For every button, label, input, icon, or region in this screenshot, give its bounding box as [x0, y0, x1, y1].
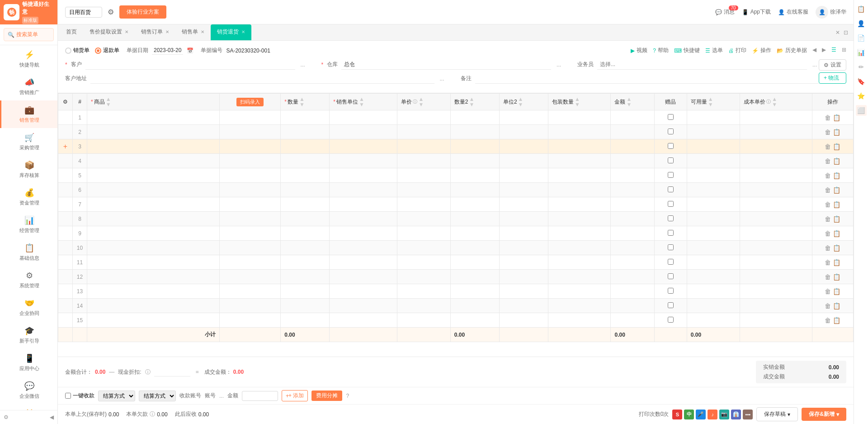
radio-sales[interactable]: 销货单	[65, 47, 90, 54]
available-cell-13[interactable]	[687, 284, 740, 299]
sidebar-item-finance[interactable]: 💰 资金管理	[0, 183, 57, 211]
delete-row-4[interactable]: 🗑	[825, 157, 831, 165]
amount-cell-9[interactable]	[611, 226, 654, 241]
qty-cell-11[interactable]	[281, 255, 330, 270]
unit-price-cell-5[interactable]	[397, 168, 450, 183]
debt-help-icon[interactable]: ⓘ	[150, 410, 155, 418]
qty2-cell-6[interactable]	[450, 183, 499, 197]
pack-qty-cell-10[interactable]	[548, 241, 611, 255]
pack-qty-cell-6[interactable]	[548, 183, 611, 197]
pack-qty-cell-11[interactable]	[548, 255, 611, 270]
cost-price-cell-10[interactable]	[740, 241, 812, 255]
copy-row-1[interactable]: 📋	[833, 114, 840, 121]
unit2-cell-14[interactable]	[499, 299, 548, 313]
cost-price-cell-6[interactable]	[740, 183, 812, 197]
th-gear[interactable]: ⚙	[58, 94, 73, 110]
discount-help-icon[interactable]: ⓘ	[145, 368, 151, 376]
qty2-cell-1[interactable]	[450, 110, 499, 125]
close-icon[interactable]: ✕	[165, 29, 169, 34]
history-btn[interactable]: 📂 历史单据	[777, 47, 807, 54]
sales-unit-cell-1[interactable]	[330, 110, 397, 125]
cash-discount-input[interactable]	[154, 368, 190, 376]
gift-checkbox-3[interactable]	[668, 143, 674, 149]
available-cell-12[interactable]	[687, 270, 740, 284]
available-cell-9[interactable]	[687, 226, 740, 241]
copy-row-15[interactable]: 📋	[833, 317, 840, 324]
unit-price-cell-6[interactable]	[397, 183, 450, 197]
amount-cell-11[interactable]	[611, 255, 654, 270]
copy-row-11[interactable]: 📋	[833, 259, 840, 266]
sidebar-item-system[interactable]: ⚙ 系统管理	[0, 266, 57, 294]
available-cell-14[interactable]	[687, 299, 740, 313]
qty2-cell-2[interactable]	[450, 125, 499, 139]
cost-price-cell-7[interactable]	[740, 197, 812, 212]
unit2-cell-10[interactable]	[499, 241, 548, 255]
online-service-button[interactable]: 👤 在线客服	[778, 8, 808, 16]
address-input[interactable]	[90, 73, 434, 84]
available-cell-6[interactable]	[687, 183, 740, 197]
next-doc-icon[interactable]: ▶	[822, 47, 826, 54]
save-new-button[interactable]: 保存&新增 ▾	[802, 408, 846, 421]
collapse-icon[interactable]: ◀	[50, 414, 54, 420]
select-btn[interactable]: ☰ 选单	[705, 47, 723, 54]
qty-cell-5[interactable]	[281, 168, 330, 183]
sales-unit-cell-15[interactable]	[330, 313, 397, 328]
delete-row-6[interactable]: 🗑	[825, 186, 831, 194]
product-cell-10[interactable]	[87, 241, 220, 255]
gift-cell-10[interactable]	[654, 241, 687, 255]
right-icon-7[interactable]: ⭐	[856, 91, 867, 101]
sales-unit-cell-14[interactable]	[330, 299, 397, 313]
available-cell-8[interactable]	[687, 212, 740, 226]
product-cell-2[interactable]	[87, 125, 220, 139]
available-cell-1[interactable]	[687, 110, 740, 125]
tab-price-extract[interactable]: 售价提取设置 ✕	[83, 24, 135, 40]
address-dots[interactable]: ...	[438, 76, 446, 82]
gift-cell-11[interactable]	[654, 255, 687, 270]
sidebar-item-basic[interactable]: 📋 基础信息	[0, 238, 57, 266]
available-cell-11[interactable]	[687, 255, 740, 270]
calc-method-select[interactable]: 结算方式	[98, 391, 135, 401]
unit-price-cell-1[interactable]	[397, 110, 450, 125]
product-cell-8[interactable]	[87, 212, 220, 226]
form-logistics-button[interactable]: + 物流	[819, 72, 846, 84]
sales-unit-cell-13[interactable]	[330, 284, 397, 299]
unit-price-cell-14[interactable]	[397, 299, 450, 313]
calendar-icon[interactable]: 📅	[187, 48, 193, 54]
user-menu[interactable]: 👤 徐泽华	[816, 6, 846, 19]
cost-price-cell-2[interactable]	[740, 125, 812, 139]
right-icon-8[interactable]: ⬜	[856, 105, 867, 116]
pack-qty-cell-15[interactable]	[548, 313, 611, 328]
prev-doc-icon[interactable]: ◀	[812, 47, 816, 54]
right-icon-5[interactable]: ✏	[856, 62, 867, 72]
cost-price-cell-1[interactable]	[740, 110, 812, 125]
gift-cell-12[interactable]	[654, 270, 687, 284]
sales-unit-cell-5[interactable]	[330, 168, 397, 183]
unit2-cell-2[interactable]	[499, 125, 548, 139]
maximize-icon[interactable]: ⊡	[844, 29, 848, 36]
pack-qty-cell-3[interactable]	[548, 139, 611, 154]
pack-qty-cell-13[interactable]	[548, 284, 611, 299]
pack-qty-cell-7[interactable]	[548, 197, 611, 212]
gift-cell-2[interactable]	[654, 125, 687, 139]
copy-row-14[interactable]: 📋	[833, 302, 840, 310]
grid-view-icon[interactable]: ⊞	[842, 47, 846, 54]
shortcut-btn[interactable]: ⌨ 快捷键	[674, 47, 700, 54]
copy-row-3[interactable]: 📋	[833, 143, 840, 150]
gift-checkbox-6[interactable]	[668, 186, 674, 192]
date-value[interactable]: 2023-03-20	[152, 46, 183, 55]
pack-qty-cell-8[interactable]	[548, 212, 611, 226]
salesperson-dots[interactable]: ...	[811, 62, 819, 68]
product-cell-14[interactable]	[87, 299, 220, 313]
ops-btn[interactable]: ⚡ 操作	[752, 47, 771, 54]
product-cell-1[interactable]	[87, 110, 220, 125]
amount-cell-8[interactable]	[611, 212, 654, 226]
qty-cell-15[interactable]	[281, 313, 330, 328]
unit2-cell-1[interactable]	[499, 110, 548, 125]
unit2-cell-6[interactable]	[499, 183, 548, 197]
available-cell-2[interactable]	[687, 125, 740, 139]
warehouse-dots[interactable]: ...	[555, 62, 563, 68]
experience-button[interactable]: 体验行业方案	[119, 5, 166, 19]
available-cell-15[interactable]	[687, 313, 740, 328]
customer-input[interactable]	[85, 59, 295, 70]
sales-unit-cell-4[interactable]	[330, 154, 397, 168]
